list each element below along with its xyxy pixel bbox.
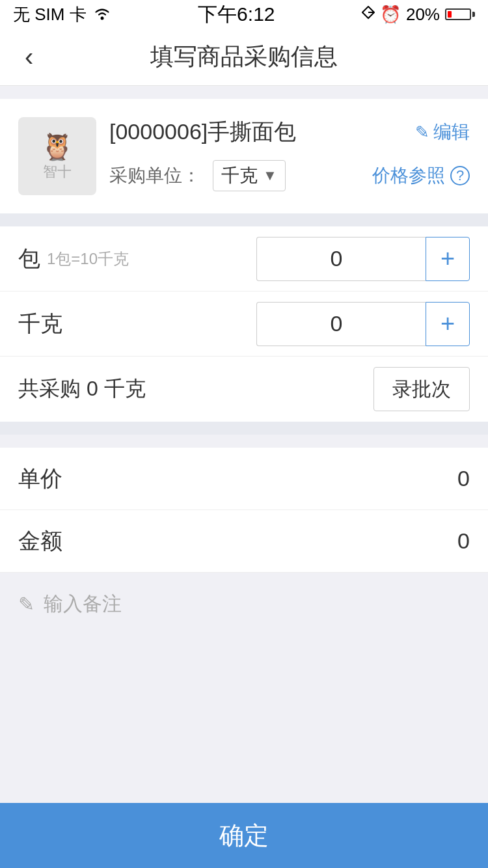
nav-bar: ‹ 填写商品采购信息 [0,29,488,86]
product-card: 🦉 智十 [0000006]手撕面包 ✎ 编辑 采购单位： 千克 ▼ [0,99,488,213]
kg-input[interactable] [256,302,426,346]
unit-price-value: 0 [457,466,470,491]
kg-input-wrap: + [62,302,470,346]
status-time: 下午6:12 [198,1,275,28]
location-icon [362,5,375,25]
price-ref-button[interactable]: 价格参照 ? [372,163,470,188]
product-image: 🦉 智十 [18,117,96,195]
product-unit-row: 采购单位： 千克 ▼ 价格参照 ? [109,160,470,191]
back-button[interactable]: ‹ [18,36,40,78]
dropdown-arrow-icon: ▼ [263,167,277,184]
unit-select[interactable]: 千克 ▼ [213,160,286,191]
batch-button[interactable]: 录批次 [373,367,470,411]
pack-label: 包 [18,244,40,274]
unit-selector-group: 采购单位： 千克 ▼ [109,160,286,191]
product-logo-text: 智十 [43,162,72,182]
status-right: ⏰ 20% [362,5,475,25]
help-icon: ? [450,166,470,185]
unit-value: 千克 [221,163,258,188]
amount-label: 金额 [18,526,62,556]
pack-input[interactable] [256,237,426,281]
total-text: 共采购 0 千克 [18,375,146,403]
battery-icon [445,8,475,20]
product-logo-owl: 🦉 [41,131,74,162]
unit-price-label: 单价 [18,464,62,494]
amount-value: 0 [457,528,470,554]
kg-label: 千克 [18,309,62,339]
status-left: 无 SIM 卡 [13,3,111,26]
alarm-icon: ⏰ [380,5,401,25]
pack-input-row: 包 1包=10千克 + [0,226,488,292]
edit-button[interactable]: ✎ 编辑 [415,120,470,144]
input-section: 包 1包=10千克 + 千克 + [0,226,488,357]
status-bar: 无 SIM 卡 下午6:12 ⏰ 20% [0,0,488,29]
battery-percent: 20% [406,5,440,25]
svg-point-0 [100,16,103,20]
note-placeholder: 输入备注 [44,591,122,617]
total-row: 共采购 0 千克 录批次 [0,357,488,422]
section-divider-1 [0,213,488,226]
content-spacer [0,636,488,803]
unit-label: 采购单位： [109,165,200,185]
page-title: 填写商品采购信息 [150,41,338,73]
price-section: 单价 0 金额 0 [0,448,488,573]
edit-label: 编辑 [433,120,470,144]
sim-label: 无 SIM 卡 [13,3,87,26]
kg-input-row: 千克 + [0,292,488,357]
pack-plus-button[interactable]: + [426,237,470,281]
unit-price-row: 单价 0 [0,448,488,510]
product-name: [0000006]手撕面包 [109,117,296,147]
note-section[interactable]: ✎ 输入备注 [0,573,488,636]
product-info: [0000006]手撕面包 ✎ 编辑 采购单位： 千克 ▼ 价格参照 ? [109,117,470,191]
wifi-icon [93,5,111,25]
kg-plus-button[interactable]: + [426,302,470,346]
product-title-row: [0000006]手撕面包 ✎ 编辑 [109,117,470,147]
confirm-button[interactable]: 确定 [0,803,488,868]
pack-input-wrap: + [129,237,470,281]
edit-icon: ✎ [415,122,429,142]
amount-row: 金额 0 [0,510,488,573]
pencil-icon: ✎ [18,593,34,616]
pack-sublabel: 1包=10千克 [47,249,129,269]
price-ref-label: 价格参照 [372,163,445,188]
section-divider-2 [0,422,488,435]
